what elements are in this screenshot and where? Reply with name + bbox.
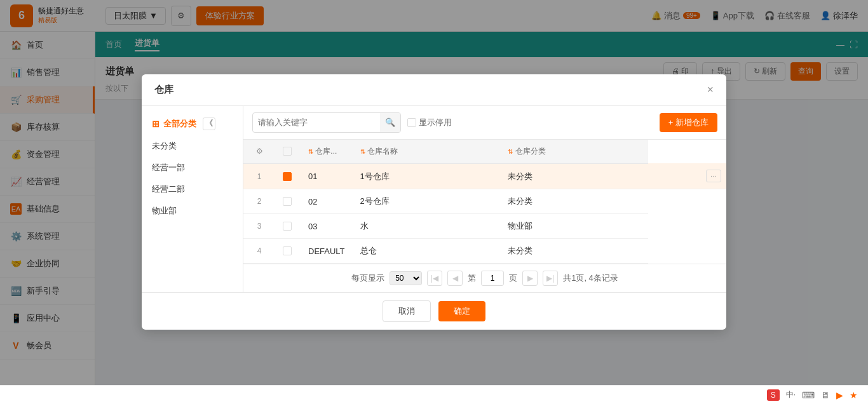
table-toolbar: 🔍 显示停用 + 新增仓库 <box>243 106 726 140</box>
status-text: 中· <box>786 389 796 400</box>
per-page-label: 每页显示 <box>351 273 384 284</box>
row-name: 2号仓库 <box>353 189 501 214</box>
per-page-select[interactable]: 50 20 100 <box>390 271 422 285</box>
row-category: 未分类 <box>500 239 648 264</box>
cancel-button[interactable]: 取消 <box>383 300 431 322</box>
modal-header: 仓库 × <box>142 74 726 106</box>
row-checkbox[interactable] <box>275 239 301 264</box>
category-all[interactable]: ⊞ 全部分类 《 <box>142 112 243 135</box>
select-all-checkbox[interactable] <box>283 147 292 156</box>
row-name: 总仓 <box>353 239 501 264</box>
category-all-label: 全部分类 <box>163 118 196 130</box>
page-number-input[interactable] <box>481 271 504 286</box>
gear-icon: ⚙ <box>256 147 263 156</box>
row-category: 物业部 <box>500 214 648 239</box>
table-row[interactable]: 1 01 1号仓库 未分类 ··· <box>243 163 726 189</box>
row-category: 未分类 <box>500 163 648 189</box>
table-row[interactable]: 3 03 水 物业部 <box>243 214 726 239</box>
category-sidebar: ⊞ 全部分类 《 未分类 经营一部 经营二部 物业部 <box>142 106 243 293</box>
row-actions: ··· <box>648 163 726 189</box>
main-content: 首页 进货单 — ⛶ 进货单 🖨 印 ↑ 导出 ↻ 刷新 查询 设置 按以下 <box>95 32 868 404</box>
table-body: 1 01 1号仓库 未分类 ··· <box>243 163 726 264</box>
show-disabled-checkbox[interactable] <box>407 118 416 127</box>
grid-icon: ⊞ <box>152 119 159 129</box>
last-page-btn[interactable]: ▶| <box>543 271 558 286</box>
search-input[interactable] <box>253 118 380 127</box>
cat-property[interactable]: 物业部 <box>142 200 243 222</box>
modal-title: 仓库 <box>154 84 173 96</box>
sort-cat-icon: ⇅ <box>508 148 513 155</box>
row-check-4[interactable] <box>283 246 292 255</box>
row-checkbox[interactable] <box>275 214 301 239</box>
data-table: ⚙ ⇅ 仓库... <box>243 140 726 264</box>
modal-overlay: 仓库 × ⊞ 全部分类 《 未分类 经营一部 经营二部 <box>95 32 868 404</box>
main-layout: 🏠 首页 📊 销售管理 🛒 采购管理 📦 库存核算 💰 资金管理 📈 经营管理 … <box>0 32 868 404</box>
th-settings: ⚙ <box>243 140 275 164</box>
th-code[interactable]: ⇅ 仓库... <box>301 140 353 164</box>
monitor-icon[interactable]: 🖥 <box>821 390 830 400</box>
table-row[interactable]: 4 DEFAULT 总仓 未分类 <box>243 239 726 264</box>
modal-close-button[interactable]: × <box>707 83 714 97</box>
cat-unclassified[interactable]: 未分类 <box>142 135 243 157</box>
warehouse-modal: 仓库 × ⊞ 全部分类 《 未分类 经营一部 经营二部 <box>142 74 726 330</box>
total-records: 共1页, 4条记录 <box>563 273 618 284</box>
table-header-row: ⚙ ⇅ 仓库... <box>243 140 726 164</box>
modal-body: ⊞ 全部分类 《 未分类 经营一部 经营二部 物业部 <box>142 106 726 293</box>
row-category: 未分类 <box>500 189 648 214</box>
add-warehouse-button[interactable]: + 新增仓库 <box>660 113 717 132</box>
search-button[interactable]: 🔍 <box>380 112 400 133</box>
keyboard-icon[interactable]: ⌨ <box>802 390 815 400</box>
page-label: 第 <box>468 273 476 284</box>
row-code: DEFAULT <box>301 239 353 264</box>
sort-icon: ⇅ <box>308 148 313 155</box>
th-name[interactable]: ⇅ 仓库名称 <box>353 140 501 164</box>
th-category[interactable]: ⇅ 仓库分类 <box>500 140 648 164</box>
row-check-1[interactable] <box>283 172 292 181</box>
collapse-button[interactable]: 《 <box>203 118 215 130</box>
row-index: 3 <box>243 214 275 239</box>
show-disabled-toggle[interactable]: 显示停用 <box>407 117 452 128</box>
row-code: 02 <box>301 189 353 214</box>
cat-operation1[interactable]: 经营一部 <box>142 157 243 178</box>
row-code: 01 <box>301 163 353 189</box>
status-bar: S 中· ⌨ 🖥 ▶ ★ <box>0 385 868 404</box>
page-suffix: 页 <box>509 273 517 284</box>
first-page-btn[interactable]: |◀ <box>427 271 442 286</box>
sort-name-icon: ⇅ <box>360 148 365 155</box>
cat-operation2[interactable]: 经营二部 <box>142 178 243 200</box>
row-checkbox[interactable] <box>275 163 301 189</box>
row-more-btn[interactable]: ··· <box>706 170 721 182</box>
warehouse-table: ⚙ ⇅ 仓库... <box>243 140 726 264</box>
prev-page-btn[interactable]: ◀ <box>447 271 463 286</box>
play-icon[interactable]: ▶ <box>836 390 843 400</box>
row-check-3[interactable] <box>283 222 292 231</box>
confirm-button[interactable]: 确定 <box>438 301 485 321</box>
table-area: 🔍 显示停用 + 新增仓库 <box>243 106 726 293</box>
search-box: 🔍 <box>252 112 401 133</box>
row-name: 水 <box>353 214 501 239</box>
row-code: 03 <box>301 214 353 239</box>
next-page-btn[interactable]: ▶ <box>522 271 538 286</box>
row-name: 1号仓库 <box>353 163 501 189</box>
row-check-2[interactable] <box>283 197 292 206</box>
row-index: 1 <box>243 163 275 189</box>
status-icon-s: S <box>767 389 780 401</box>
table-row[interactable]: 2 02 2号仓库 未分类 <box>243 189 726 214</box>
row-index: 4 <box>243 239 275 264</box>
star-icon[interactable]: ★ <box>850 390 858 400</box>
row-index: 2 <box>243 189 275 214</box>
th-checkbox <box>275 140 301 164</box>
show-disabled-label: 显示停用 <box>419 117 452 128</box>
pagination: 每页显示 50 20 100 |◀ ◀ 第 页 ▶ <box>243 264 726 292</box>
row-checkbox[interactable] <box>275 189 301 214</box>
modal-footer: 取消 确定 <box>142 292 726 330</box>
